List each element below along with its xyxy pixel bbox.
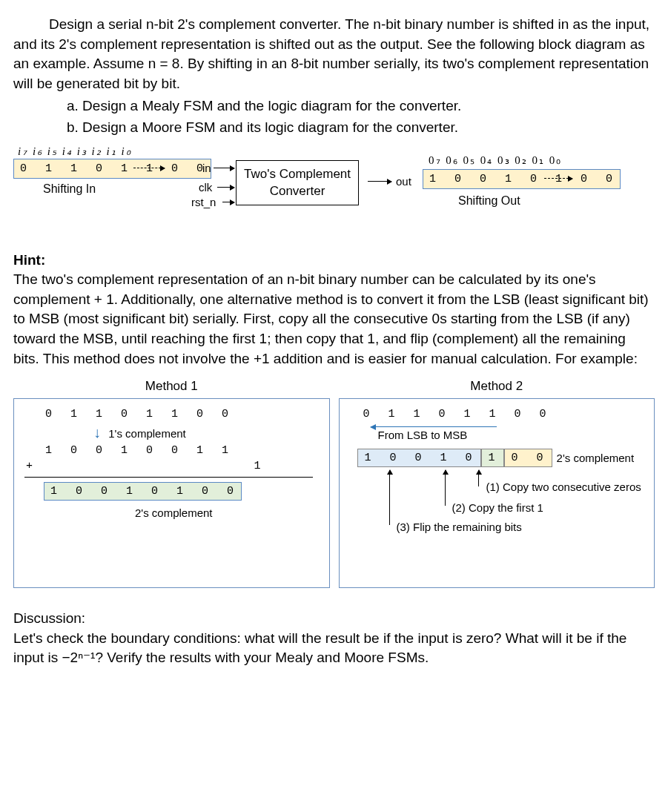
shifting-in-label: Shifting In [43, 181, 96, 197]
lsb-arrow-icon [371, 426, 497, 427]
converter-line2: Converter [244, 182, 351, 200]
discussion-section: Discussion: Let's check the boundary con… [13, 609, 655, 668]
m1-result: 1 0 0 1 0 1 0 0 [44, 482, 242, 501]
method1-title: Method 1 [13, 377, 330, 395]
sum-line [24, 477, 313, 478]
signal-out: out [396, 174, 411, 189]
method1-box: 0 1 1 0 1 1 0 0 ↓ 1's complement 1 0 0 1… [13, 398, 330, 588]
block-diagram: i₇ i₆ i₅ i₄ i₃ i₂ i₁ i₀ 0 1 1 0 1 1 0 0 … [13, 144, 655, 233]
shifting-out-label: Shifting Out [458, 193, 520, 209]
m2-arrows: (1) Copy two consecutive zeros (2) Copy … [348, 470, 646, 537]
arrow-rst [222, 202, 234, 202]
step3-label: (3) Flip the remaining bits [397, 519, 522, 535]
dash-arrow-out [544, 178, 572, 179]
problem-statement: Design a serial n-bit 2's complement con… [13, 15, 655, 93]
converter-box: Two's Complement Converter [236, 160, 359, 206]
hint-heading: Hint: [13, 251, 655, 271]
input-bit-labels: i₇ i₆ i₅ i₄ i₃ i₂ i₁ i₀ [18, 144, 132, 159]
methods-row: Method 1 0 1 1 0 1 1 0 0 ↓ 1's complemen… [13, 377, 655, 588]
seg-one: 1 [481, 449, 504, 467]
part-b: b. Design a Moore FSM and its logic diag… [67, 118, 655, 138]
signal-in: in [202, 160, 211, 176]
m2-result-row: 1 0 0 1 010 0 2's complement [357, 449, 646, 467]
plus-sign: + [26, 458, 33, 474]
lsb-text: From LSB to MSB [378, 427, 646, 443]
converter-line1: Two's Complement [244, 165, 351, 183]
seg-copy: 0 0 [504, 449, 552, 467]
v-arrow-3 [389, 470, 391, 525]
method2-box: 0 1 1 0 1 1 0 0 From LSB to MSB 1 0 0 1 … [339, 398, 655, 588]
signal-rst: rst_n [191, 194, 216, 210]
sub-items: a. Design a Mealy FSM and the logic diag… [13, 96, 655, 137]
m1-step1-label: 1's complement [108, 427, 186, 440]
m1-row2: 1 0 0 1 0 0 1 1 [45, 443, 320, 458]
method2-col: Method 2 0 1 1 0 1 1 0 0 From LSB to MSB… [339, 377, 655, 588]
arrow-in [214, 168, 234, 168]
down-arrow-icon: ↓ [93, 422, 101, 443]
hint-text: The two's complement representation of a… [13, 270, 655, 369]
discussion-text: Let's check the boundary conditions: wha… [13, 629, 655, 668]
m1-result-label: 2's complement [27, 505, 320, 521]
m1-one: 1 [254, 458, 260, 474]
output-bit-box: 1 0 0 1 0 1 0 0 [423, 169, 621, 189]
v-arrow-2 [445, 470, 446, 506]
dash-arrow-in [133, 168, 165, 168]
m2-input: 0 1 1 0 1 1 0 0 [363, 406, 646, 422]
arrow-out [368, 181, 391, 182]
m1-row1: 0 1 1 0 1 1 0 0 [45, 406, 320, 422]
step2-label: (2) Copy the first 1 [452, 500, 543, 515]
arrow-clk [217, 187, 234, 188]
part-a: a. Design a Mealy FSM and the logic diag… [67, 96, 655, 116]
output-bit-labels: 0₇ 0₆ 0₅ 0₄ 0₃ 0₂ 0₁ 0₀ [429, 153, 562, 168]
input-bit-box: 0 1 1 0 1 1 0 0 [13, 159, 211, 179]
method1-col: Method 1 0 1 1 0 1 1 0 0 ↓ 1's complemen… [13, 377, 330, 588]
step1-label: (1) Copy two consecutive zeros [486, 479, 641, 495]
signal-clk: clk [199, 179, 212, 195]
v-arrow-1 [478, 470, 480, 486]
method2-title: Method 2 [339, 377, 655, 395]
seg-flip: 1 0 0 1 0 [357, 449, 481, 467]
discussion-heading: Discussion: [13, 609, 655, 629]
m2-result-label: 2's complement [557, 450, 635, 466]
